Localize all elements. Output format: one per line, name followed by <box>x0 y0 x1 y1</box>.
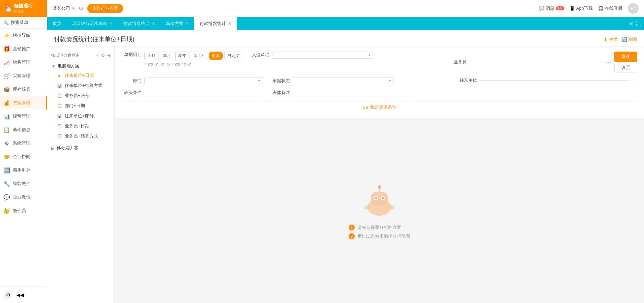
date-btn-last-month[interactable]: 上月 <box>144 52 158 60</box>
tab-cash-flow[interactable]: 现金银行流水查询 ✕ <box>67 17 118 30</box>
add-schema-icon[interactable]: + <box>96 52 99 58</box>
tab-close-icon[interactable]: ✕ <box>152 21 155 26</box>
date-btn-more[interactable]: 更多 <box>209 52 223 60</box>
sidebar-item-hardware[interactable]: 🔧 智能硬件 <box>0 177 47 190</box>
settings-bottom-icon[interactable]: ⚙ <box>3 290 13 300</box>
collapse-panel-icon[interactable]: ◀ <box>107 53 110 58</box>
dept-date-icon: 📋 <box>57 103 62 109</box>
mobile-group-title[interactable]: ▶ 移动端方案 <box>47 144 114 153</box>
filter-row-3: 表头备注 表体备注 <box>121 89 637 96</box>
tab-label: 付款情况统计 <box>200 21 226 27</box>
sidebar-item-member[interactable]: 👑 畅会员 <box>0 204 47 217</box>
schema-item-staff-settle[interactable]: 📋 业务员+结算方式 <box>47 131 114 141</box>
source-select[interactable]: ▾ <box>272 52 373 59</box>
online-service-btn[interactable]: 🎧 在线客服 <box>598 5 622 11</box>
sidebar-item-inventory[interactable]: 📦 库存核算 <box>0 83 47 96</box>
collapse-sidebar-icon[interactable]: ◀◀ <box>16 290 25 300</box>
tab-payment-stats[interactable]: 付款情况统计 ✕ <box>194 17 237 30</box>
logo-icon: 🐔 <box>3 4 12 12</box>
sidebar-item-enterprise[interactable]: 🤝 企业协同 <box>0 150 47 163</box>
left-panel: 按以下方案查询 + ⚙ ◀ ▼ 电脑端方案 ● 往来单位+日期 <box>47 47 115 303</box>
schema-item-partner-date[interactable]: ● 往来单位+日期 <box>47 70 114 81</box>
wechat-icon: 💬 <box>3 194 10 201</box>
date-btn-this-month[interactable]: 本月 <box>160 52 174 60</box>
svg-point-4 <box>375 197 377 199</box>
app-download-btn[interactable]: 📱 App下载 <box>569 5 593 11</box>
tab-home[interactable]: 首页 <box>47 17 67 30</box>
member-icon: 👑 <box>3 207 10 214</box>
search-menu[interactable]: 🔍 搜索菜单 <box>0 17 47 29</box>
sidebar-item-finance[interactable]: 💰 资金管理 <box>0 96 47 110</box>
empty-illustration <box>359 182 400 219</box>
schema-item-partner-account[interactable]: 📊 往来单位+账号 <box>47 111 114 121</box>
sidebar-item-system[interactable]: ⚙ 系统管理 <box>0 137 47 150</box>
search-icon: 🔍 <box>3 20 9 25</box>
schema-settings-icon[interactable]: ⚙ <box>101 53 105 58</box>
header-note-input[interactable] <box>144 89 263 96</box>
schema-item-label: 往来单位+结算方式 <box>65 83 103 89</box>
dept-select[interactable]: ▾ <box>144 77 263 84</box>
sidebar-bottom: ⚙ ◀◀ <box>0 286 47 303</box>
collapse-label: 收起更多条件 <box>370 104 397 110</box>
doc-status-select[interactable]: ▾ <box>293 77 394 84</box>
user-avatar[interactable]: Rit <box>628 3 639 14</box>
date-btn-last-7days[interactable]: 近7天 <box>191 52 207 60</box>
sidebar-logo: 🐔 畅捷通巧 标准版 <box>0 0 47 17</box>
partner-filter: 往来单位 ··· <box>457 77 637 83</box>
date-label: 单据日期 <box>121 52 142 58</box>
date-btn-custom[interactable]: 自定义 <box>224 52 242 60</box>
schema-item-staff-date[interactable]: 📋 业务员+日期 <box>47 121 114 131</box>
sidebar-item-basic[interactable]: 📋 基础信息 <box>0 123 47 137</box>
settings-btn[interactable]: 设置 <box>614 63 637 72</box>
export-btn[interactable]: ⬆ 导出 <box>604 36 618 42</box>
sidebar-item-purchase[interactable]: 🛒 采购管理 <box>0 69 47 83</box>
tab-label: 新建方案 <box>166 21 183 27</box>
refresh-btn[interactable]: 🔄 刷新 <box>622 36 637 42</box>
tabs-close-all-icon[interactable]: ✕ <box>629 21 633 27</box>
dept-label: 部门 <box>121 78 142 84</box>
query-btn[interactable]: 查询 <box>614 52 637 62</box>
sidebar-item-guide[interactable]: 🆕 新手引导 <box>0 163 47 177</box>
sidebar-item-marketing[interactable]: 🎁 营销推广 <box>0 42 47 56</box>
tab-new-plan[interactable]: 新建方案 ✕ <box>160 17 194 30</box>
export-icon: ⬆ <box>604 37 608 42</box>
company-selector[interactable]: 某某公司 ▾ <box>53 5 75 11</box>
topbar-gear-icon[interactable]: ⚙ <box>79 5 83 11</box>
sidebar-item-label: 经营管理 <box>13 113 30 119</box>
collapse-more-btn[interactable]: ∧∧ 收起更多条件 <box>121 101 637 113</box>
schema-item-label: 往来单位+日期 <box>65 72 94 79</box>
schema-item-dept-date[interactable]: 📋 部门+日期 <box>47 101 114 111</box>
mobile-schema-group: ▶ 移动端方案 <box>47 143 114 154</box>
sidebar: 🐔 畅捷通巧 标准版 🔍 搜索菜单 ⚡ 快捷导航 🎁 营销推广 📈 销售管理 🛒… <box>0 0 47 303</box>
schema-item-label: 业务员+日期 <box>65 123 89 129</box>
trial-btn[interactable]: 体验行业方案 <box>87 4 123 13</box>
sidebar-item-wechat[interactable]: 💬 企业微信 <box>0 190 47 204</box>
tab-close-icon[interactable]: ✕ <box>185 21 189 26</box>
messages-badge: 99+ <box>556 6 564 10</box>
partner-date-icon: ● <box>57 73 62 78</box>
sidebar-item-quick-nav[interactable]: ⚡ 快捷导航 <box>0 29 47 42</box>
tip-num-2: 2 <box>349 233 355 239</box>
date-btn-this-year[interactable]: 本年 <box>175 52 189 60</box>
tip-text-1: 请先选择要分析的方案 <box>357 224 401 231</box>
tab-collection[interactable]: 收款情况统计 ✕ <box>118 17 160 30</box>
tab-close-active-icon[interactable]: ✕ <box>228 21 231 26</box>
body-note-input[interactable] <box>293 89 411 96</box>
schema-item-staff-account[interactable]: 📋 业务员+账号 <box>47 91 114 101</box>
sidebar-item-label: 快捷导航 <box>13 32 30 38</box>
sidebar-item-operations[interactable]: 📊 经营管理 <box>0 110 47 123</box>
messages-btn[interactable]: 💬 消息 99+ <box>539 5 564 11</box>
tabs-expand-icon[interactable]: ⛶ <box>636 21 641 27</box>
tab-close-icon[interactable]: ✕ <box>109 21 113 26</box>
desktop-group-title[interactable]: ▼ 电脑端方案 <box>47 62 114 70</box>
doc-status-arrow-icon: ▾ <box>389 79 391 83</box>
inventory-icon: 📦 <box>3 86 10 93</box>
empty-tips: 1 请先选择要分析的方案 2 用过滤条件来缩小分析范围 <box>349 224 410 239</box>
page-title: 付款情况统计(往来单位+日期) <box>54 35 135 43</box>
messages-label: 消息 <box>546 5 554 11</box>
schema-item-partner-settle[interactable]: 📊 往来单位+结算方式 <box>47 81 114 91</box>
sales-icon: 📈 <box>3 59 10 66</box>
partner-more-icon[interactable]: ··· <box>631 78 637 83</box>
sidebar-item-sales[interactable]: 📈 销售管理 <box>0 56 47 69</box>
staff-more-icon[interactable]: ··· <box>606 59 612 65</box>
